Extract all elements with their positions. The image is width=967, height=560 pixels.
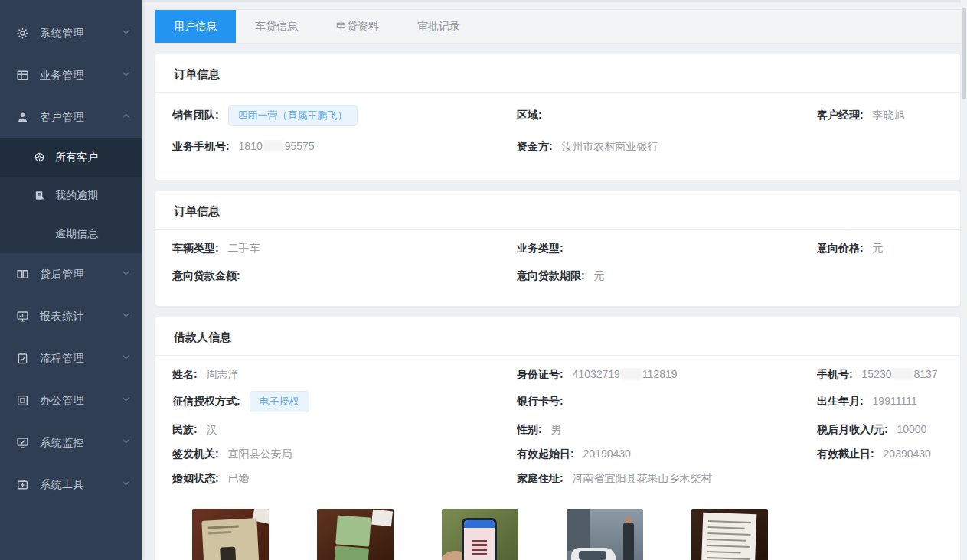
wheel-icon bbox=[34, 151, 46, 164]
field-valid-to: 有效截止日: 20390430 bbox=[817, 448, 943, 461]
field-region: 区域: bbox=[517, 109, 817, 122]
chevron-down-icon bbox=[122, 270, 131, 279]
field-birth-date: 出生年月: 19911111 bbox=[817, 395, 943, 409]
field-intent-loan-term: 意向贷款期限: 元 bbox=[517, 269, 817, 283]
field-gender: 性别: 男 bbox=[517, 423, 817, 437]
field-ethnicity: 民族: 汉 bbox=[172, 423, 517, 437]
notebook-icon bbox=[34, 190, 46, 202]
square-in-square-icon bbox=[15, 394, 29, 408]
field-bank-card-number: 银行卡号: bbox=[517, 395, 817, 409]
redaction-blur bbox=[263, 140, 284, 151]
sales-team-tag[interactable]: 四团一营（直属王鹏飞） bbox=[228, 105, 358, 126]
credit-auth-tag: 电子授权 bbox=[250, 391, 309, 412]
sidebar-item-label: 贷后管理 bbox=[40, 268, 122, 282]
field-vehicle-type: 车辆类型: 二手车 bbox=[172, 242, 517, 256]
main-content: 用户信息 车贷信息 申贷资料 审批记录 订单信息 销售团队: 四团一营（直属王鹏… bbox=[142, 0, 967, 560]
borrower-info-card: 借款人信息 姓名: 周志洋 身份证号: 41032719112819 手机号: … bbox=[155, 317, 961, 560]
handwritten-document-photo[interactable] bbox=[691, 509, 768, 560]
chevron-down-icon bbox=[122, 438, 131, 448]
sidebar-item-customer-management[interactable]: 客户管理 bbox=[0, 96, 142, 138]
order-info-card-1: 订单信息 销售团队: 四团一营（直属王鹏飞） 区域: 客户经理: 李晓旭 业 bbox=[155, 54, 961, 181]
field-business-phone: 业务手机号: 181095575 bbox=[172, 140, 517, 154]
sidebar: 系统管理 业务管理 客户管理 bbox=[0, 0, 142, 560]
sidebar-subitem-label: 我的逾期 bbox=[55, 189, 98, 203]
order-info-card-2: 订单信息 车辆类型: 二手车 业务类型: 意向价格: 元 意向贷款金额: bbox=[155, 190, 961, 307]
gear-icon bbox=[15, 27, 29, 41]
field-valid-from: 有效起始日: 20190430 bbox=[517, 448, 817, 461]
card-divider bbox=[155, 229, 960, 230]
top-divider bbox=[142, 0, 967, 2]
field-issuing-authority: 签发机关: 宜阳县公安局 bbox=[172, 448, 517, 461]
field-business-type: 业务类型: bbox=[517, 242, 817, 256]
sidebar-item-report-statistics[interactable]: 报表统计 bbox=[0, 295, 142, 337]
handwritten-document-photo-thumbnail bbox=[691, 509, 768, 560]
chevron-down-icon bbox=[122, 29, 131, 38]
sidebar-subitem-my-overdue[interactable]: 我的逾期 bbox=[0, 177, 142, 215]
sidebar-item-system-management[interactable]: 系统管理 bbox=[0, 12, 142, 54]
field-credit-auth-method: 征信授权方式: 电子授权 bbox=[172, 391, 517, 412]
scrollbar-thumb[interactable] bbox=[962, 8, 966, 99]
sidebar-subitem-overdue-info[interactable]: 逾期信息 bbox=[0, 215, 142, 253]
tab-loan-application-materials[interactable]: 申贷资料 bbox=[317, 10, 398, 43]
card-title: 订单信息 bbox=[172, 191, 943, 229]
sidebar-item-business-management[interactable]: 业务管理 bbox=[0, 54, 142, 96]
sidebar-item-label: 报表统计 bbox=[40, 310, 122, 324]
monitor-chart-icon bbox=[15, 310, 29, 324]
id-card-photo-thumbnail bbox=[192, 509, 269, 560]
chevron-down-icon bbox=[122, 71, 131, 80]
sidebar-item-process-management[interactable]: 流程管理 bbox=[0, 337, 142, 379]
person-with-car-photo-thumbnail bbox=[567, 509, 643, 560]
monitor-check-icon bbox=[15, 436, 29, 450]
vertical-scrollbar[interactable] bbox=[961, 0, 967, 560]
clipboard-icon bbox=[15, 352, 29, 366]
sidebar-subitem-all-customers[interactable]: 所有客户 bbox=[0, 138, 142, 177]
card-divider bbox=[155, 92, 960, 93]
field-name: 姓名: 周志洋 bbox=[172, 368, 517, 382]
tab-approval-records[interactable]: 审批记录 bbox=[398, 10, 479, 43]
chevron-down-icon bbox=[122, 480, 131, 490]
sidebar-item-label: 办公管理 bbox=[40, 394, 122, 408]
field-monthly-income: 税后月收入/元: 10000 bbox=[817, 423, 943, 437]
person-with-car-photo[interactable] bbox=[567, 509, 643, 560]
field-sales-team: 销售团队: 四团一营（直属王鹏飞） bbox=[172, 105, 517, 126]
card-divider bbox=[155, 355, 960, 356]
open-book-icon bbox=[15, 268, 29, 282]
sidebar-item-system-monitoring[interactable]: 系统监控 bbox=[0, 422, 142, 464]
phone-qr-code-photo[interactable] bbox=[442, 509, 518, 560]
tab-car-loan-info[interactable]: 车贷信息 bbox=[236, 10, 317, 43]
card-title: 订单信息 bbox=[172, 54, 943, 92]
chevron-down-icon bbox=[122, 396, 131, 405]
sidebar-item-label: 系统监控 bbox=[40, 436, 122, 450]
plus-box-icon bbox=[15, 478, 29, 492]
sidebar-item-label: 系统工具 bbox=[40, 478, 122, 492]
tab-user-info[interactable]: 用户信息 bbox=[155, 10, 236, 43]
app-window: 系统管理 业务管理 客户管理 bbox=[0, 0, 967, 560]
chevron-up-icon bbox=[122, 113, 131, 122]
document-photo-row bbox=[192, 509, 943, 560]
sidebar-item-label: 流程管理 bbox=[40, 352, 122, 366]
green-booklet-photo[interactable] bbox=[317, 509, 394, 560]
sidebar-item-office-management[interactable]: 办公管理 bbox=[0, 379, 142, 422]
field-mobile-number: 手机号: 152308137 bbox=[817, 368, 943, 382]
field-home-address: 家庭住址: 河南省宜阳县花果山乡木柴村 bbox=[517, 472, 817, 486]
chevron-down-icon bbox=[122, 354, 131, 363]
sidebar-item-postloan-management[interactable]: 贷后管理 bbox=[0, 253, 142, 295]
field-account-manager: 客户经理: 李晓旭 bbox=[817, 109, 943, 122]
field-marital-status: 婚姻状态: 已婚 bbox=[172, 472, 517, 486]
field-id-number: 身份证号: 41032719112819 bbox=[517, 368, 817, 382]
field-funder: 资金方: 汝州市农村商业银行 bbox=[517, 140, 817, 154]
sidebar-item-system-tools[interactable]: 系统工具 bbox=[0, 464, 142, 506]
sidebar-item-label: 系统管理 bbox=[40, 27, 122, 41]
grid-icon bbox=[15, 69, 29, 83]
id-card-photo[interactable] bbox=[192, 509, 269, 560]
green-booklet-photo-thumbnail bbox=[317, 509, 394, 560]
tab-bar: 用户信息 车贷信息 申贷资料 审批记录 bbox=[155, 9, 961, 44]
chevron-down-icon bbox=[122, 312, 131, 321]
field-intent-loan-amount: 意向贷款金额: bbox=[172, 269, 517, 283]
customer-management-submenu: 所有客户 我的逾期 逾期信息 bbox=[0, 138, 142, 253]
field-intent-price: 意向价格: 元 bbox=[817, 242, 943, 256]
user-icon bbox=[15, 111, 29, 125]
sidebar-subitem-label: 逾期信息 bbox=[55, 227, 98, 241]
sidebar-item-label: 业务管理 bbox=[40, 69, 122, 83]
redaction-blur bbox=[893, 368, 913, 379]
